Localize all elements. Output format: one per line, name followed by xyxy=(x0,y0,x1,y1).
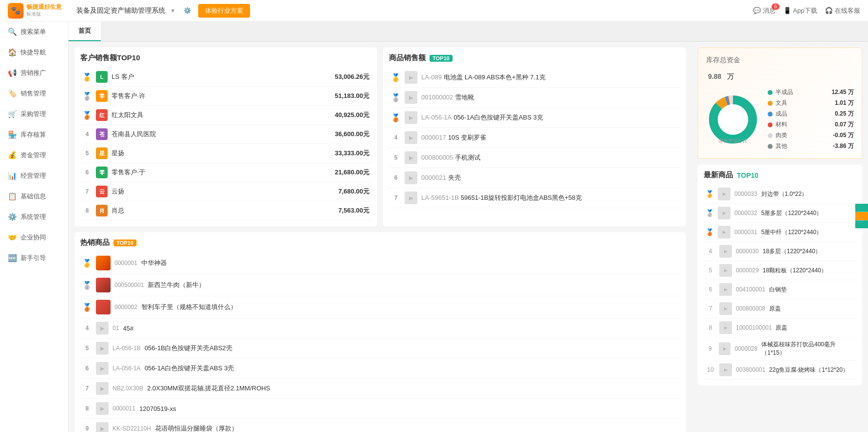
product-name: 22g鱼豆腐·烧烤味（1*12*20） xyxy=(769,366,848,374)
product-code: KK-SD22110H xyxy=(113,425,151,432)
product-thumb: ▶ xyxy=(405,131,417,144)
product-thumb: ▶ xyxy=(96,382,109,395)
product-thumb: ▶ xyxy=(719,283,732,296)
inventory-legend: 半成品 12.45 万 文具 1.01 万 成品 0.25 万 xyxy=(768,88,854,150)
list-item: 7 ▶ LA-59651-1B59651-1B旋转投影灯电池盒ABS黑色+58克 xyxy=(389,188,680,208)
main-content: 首页 客户销售额TOP10 🥇 L LS 客户 xyxy=(69,22,868,432)
new-icon: 🆕 xyxy=(8,254,17,263)
sidebar-item-sales[interactable]: 🏷️ 销售管理 xyxy=(0,83,68,104)
medal-icon: 🥈 xyxy=(706,209,714,217)
legend-item: 文具 1.01 万 xyxy=(768,99,854,107)
hot-product-list: 🥇 0000001 中华神器 🥈 000500001 新西兰牛肉（新牛） 🥉 xyxy=(80,252,680,432)
product-name: 新西兰牛肉（新牛） xyxy=(148,281,205,289)
inventory-chart-row: 库存资金占比 半成品 12.45 万 文具 1.01 万 xyxy=(706,88,854,150)
list-item: 5 ▶ LA-056-1B 056-1B白色按键开关壳ABS2壳 xyxy=(80,338,680,359)
sidebar-item-system[interactable]: ⚙️ 系统管理 xyxy=(0,207,68,227)
product-name: 封边带（1.0*22） xyxy=(761,190,808,198)
message-button[interactable]: 💬 消息 6 xyxy=(753,6,776,15)
product-name: 智利车子里（规格不知道填什么） xyxy=(141,303,237,312)
product-thumb: ▶ xyxy=(405,71,417,84)
svg-point-5 xyxy=(718,104,748,135)
legend-item: 肉类 -0.05 万 xyxy=(768,131,854,140)
sidebar-item-basic[interactable]: 📋 基础信息 xyxy=(0,186,68,207)
medal-icon: 🥈 xyxy=(82,92,92,101)
product-name: 5厘中纤（1220*2440） xyxy=(761,228,822,237)
legend-dot xyxy=(768,90,773,95)
sidebar-item-purchase[interactable]: 🛒 采购管理 xyxy=(0,104,68,124)
customer-value: 51,183.00元 xyxy=(335,92,369,100)
product-name: 056-1A白色按键开关盖ABS 3壳 xyxy=(144,364,234,373)
sidebar-item-search[interactable]: 🔍 搜索菜单 xyxy=(0,22,68,42)
rank-number: 6 xyxy=(391,174,401,181)
product-info: 001000002雪地靴 xyxy=(421,93,678,102)
product-info: LA-59651-1B59651-1B旋转投影灯电池盒ABS黑色+58克 xyxy=(421,193,678,202)
rank-number: 9 xyxy=(706,345,715,352)
trial-button[interactable]: 体验行业方案 xyxy=(198,4,250,18)
list-item: 4 ▶ 0000030 18多层（1220*2440） xyxy=(704,242,856,261)
rank-number: 8 xyxy=(82,207,92,214)
app-download-button[interactable]: 📱 App下载 xyxy=(783,6,817,15)
float-btn-community[interactable]: 服务社区 xyxy=(855,212,868,220)
list-item: 🥈 ▶ 001000002雪地靴 xyxy=(389,88,680,108)
search-icon: 🔍 xyxy=(8,27,17,36)
list-item: 10 ▶ 003800001 22g鱼豆腐·烧烤味（1*12*20） xyxy=(704,360,856,380)
message-badge: 6 xyxy=(772,3,779,10)
legend-dot xyxy=(768,101,773,106)
legend-dot xyxy=(768,133,773,138)
product-info: 000800005手机测试 xyxy=(421,153,678,162)
logo-title: 畅捷通好生意 xyxy=(26,3,62,10)
product-thumb: ▶ xyxy=(405,111,417,124)
settings-icon[interactable]: ⚙️ xyxy=(181,4,194,18)
legend-item: 材料 0.07 万 xyxy=(768,120,854,129)
product-name: 12070519-xs xyxy=(139,405,176,412)
rank-number: 5 xyxy=(391,154,401,161)
list-item: 7 云 云扬 7,680.00元 xyxy=(80,182,371,201)
legend-item: 其他 -3.86 万 xyxy=(768,142,854,150)
product-rank-list: 🥇 ▶ LA-089电池盖 LA-089 ABS本色+黑种 7.1克 🥈 ▶ 0… xyxy=(389,68,680,208)
content-area: 客户销售额TOP10 🥇 L LS 客户 53,006.26元 🥈 xyxy=(69,42,868,432)
customer-name: 肖总 xyxy=(112,206,334,215)
chart-label: 库存资金占比 xyxy=(718,138,748,144)
legend-item: 半成品 12.45 万 xyxy=(768,88,854,96)
sidebar-item-operation[interactable]: 📊 经营管理 xyxy=(0,166,68,186)
avatar: 肖 xyxy=(96,205,108,216)
product-code: 0000032 xyxy=(734,210,757,216)
product-name: 原盖 xyxy=(776,324,787,332)
rank-number: 6 xyxy=(706,286,715,293)
product-code: LA-056-1B xyxy=(113,345,140,352)
rank-number: 8 xyxy=(706,324,715,331)
sidebar-item-inventory[interactable]: 🏪 库存核算 xyxy=(0,124,68,145)
rank-number: 5 xyxy=(706,267,715,274)
inventory-amount-row: 9.88 万 xyxy=(706,67,854,82)
sidebar-item-finance[interactable]: 💰 资金管理 xyxy=(0,145,68,166)
sidebar-item-collab[interactable]: 🤝 企业协同 xyxy=(0,227,68,248)
list-item: 6 ▶ 004100001 白钢垫 xyxy=(704,280,856,299)
latest-products-title: 最新商品 TOP10 xyxy=(704,170,856,180)
sidebar-item-quicknav[interactable]: 🏠 快捷导航 xyxy=(0,42,68,63)
logo-area: 🐾 畅捷通好生意 标准版 xyxy=(8,3,76,19)
dropdown-arrow-icon[interactable]: ▾ xyxy=(171,7,175,14)
product-thumb: ▶ xyxy=(96,422,109,432)
sidebar-item-marketing[interactable]: 📢 营销推广 xyxy=(0,63,68,83)
product-image xyxy=(96,300,111,314)
product-code: 10000100001 xyxy=(736,324,772,331)
product-thumb: ▶ xyxy=(719,342,731,355)
product-info: 0000021夹壳 xyxy=(421,173,678,182)
float-btn-live[interactable]: 直播 xyxy=(855,220,868,228)
customer-rank-title: 客户销售额TOP10 xyxy=(80,53,371,63)
handshake-icon: 🤝 xyxy=(8,233,17,242)
tab-home[interactable]: 首页 xyxy=(69,22,101,41)
customer-rank-ul: 🥇 L LS 客户 53,006.26元 🥈 零 零售客户·许 51,183.0… xyxy=(80,68,371,220)
list-item: 6 ▶ LA-056-1A 056-1A白色按键开关盖ABS 3壳 xyxy=(80,359,680,379)
list-item: 5 ▶ 0000029 18颗粒板（1220*2440） xyxy=(704,261,856,280)
product-thumb: ▶ xyxy=(719,302,732,315)
product-thumb: ▶ xyxy=(96,322,109,335)
product-code: 000800008 xyxy=(736,305,765,312)
online-service-button[interactable]: 🎧 在线客服 xyxy=(825,6,860,15)
float-btn-service[interactable]: 客服热线 xyxy=(855,204,868,212)
product-thumb: ▶ xyxy=(719,321,732,334)
legend-name: 材料 xyxy=(776,120,832,129)
sidebar-item-guide[interactable]: 🆕 新手引导 xyxy=(0,248,68,268)
system-selector: 装备及固定资产辅助管理系统 ▾ ⚙️ 体验行业方案 xyxy=(76,4,753,18)
customer-rank-card: 客户销售额TOP10 🥇 L LS 客户 53,006.26元 🥈 xyxy=(74,48,377,226)
